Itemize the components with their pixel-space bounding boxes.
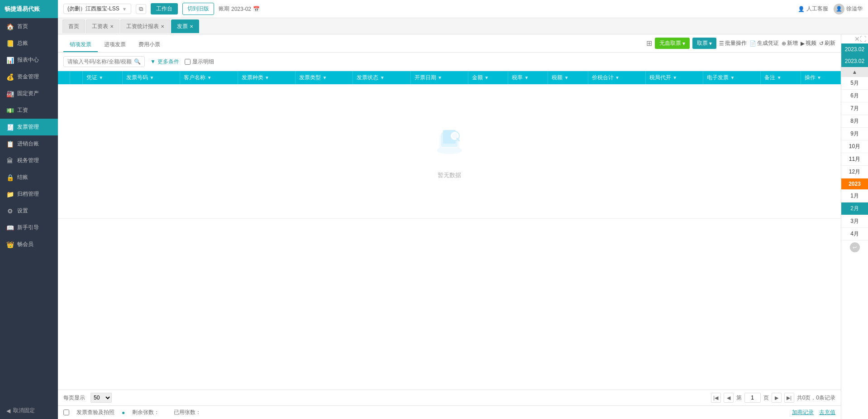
tab-0[interactable]: 首页 [62, 19, 85, 33]
sidebar-item-11[interactable]: ⚙设置 [0, 202, 58, 219]
recharge-link[interactable]: 去充值 [819, 409, 835, 416]
search-input-wrapper[interactable]: 🔍 [63, 56, 145, 67]
sidebar-item-8[interactable]: 🏛税务管理 [0, 152, 58, 169]
remaining-label: 剩余张数： [132, 409, 159, 416]
top-header: (勿删）江西服宝-LSS ▾ ⧉ 工作台 切到旧版 账期 2023-02 📅 👤… [58, 0, 868, 18]
sidebar-item-0[interactable]: 🏠首页 [0, 18, 58, 35]
show-detail-checkbox[interactable]: 显示明细 [185, 58, 214, 66]
copy-button[interactable]: ⧉ [136, 4, 146, 14]
sidebar-item-5[interactable]: 💵工资 [0, 102, 58, 119]
sidebar-item-4[interactable]: 🏭固定资产 [0, 85, 58, 102]
panel-close-btn[interactable]: ✕ [854, 35, 860, 43]
batch-icon: ☰ [719, 40, 724, 47]
calendar-icon[interactable]: 📅 [253, 6, 260, 12]
next-page-btn[interactable]: ▶ [772, 393, 782, 403]
take-invoice-button[interactable]: 取票 ▾ [692, 38, 716, 49]
date-panel-month-2022[interactable]: 10月 [841, 140, 868, 153]
tab-label-2: 工资统计报表 [126, 23, 159, 30]
col-header-5: 发票种类 ▼ [238, 71, 295, 84]
show-detail-check[interactable] [185, 59, 191, 65]
grid-icon[interactable]: ⊞ [646, 39, 652, 48]
used-label: 已用张数： [174, 409, 201, 416]
verify-checkbox[interactable] [63, 409, 69, 415]
sidebar-item-1[interactable]: 📒总账 [0, 35, 58, 52]
panel-expand-btn[interactable]: ⛶ [860, 35, 866, 43]
page-number-input[interactable] [744, 393, 761, 403]
sidebar-label-6: 发票管理 [17, 123, 39, 131]
sub-tab-purchase[interactable]: 进项发票 [98, 38, 132, 52]
sidebar-icon-7: 📋 [6, 140, 14, 148]
new-btn[interactable]: ⊕ 新增 [782, 39, 798, 47]
sidebar-logo[interactable]: 畅捷通易代账 [0, 0, 58, 18]
sidebar-label-8: 税务管理 [17, 157, 39, 164]
page-unit: 页 [763, 394, 769, 402]
support-btn[interactable]: 👤 人工客服 [798, 5, 828, 13]
date-panel-month-2022[interactable]: 12月 [841, 166, 868, 178]
sidebar-item-3[interactable]: 💰资金管理 [0, 68, 58, 85]
tab-close-1[interactable]: ✕ [110, 24, 114, 29]
sidebar-item-12[interactable]: 📖新手引导 [0, 219, 58, 236]
user-avatar[interactable]: 👤 徐溢华 [834, 4, 863, 14]
tab-label-1: 工资表 [92, 23, 108, 30]
tab-close-3[interactable]: ✕ [190, 24, 193, 29]
last-page-btn[interactable]: ▶| [784, 393, 794, 403]
date-panel-month-2022[interactable]: 6月 [841, 90, 868, 102]
tab-close-2[interactable]: ✕ [161, 24, 164, 29]
year-2023-label[interactable]: 2023 [841, 178, 868, 190]
sidebar-label-5: 工资 [17, 106, 28, 114]
sidebar-bottom-toggle[interactable]: ◀ 取消固定 [0, 402, 58, 419]
date-panel-month-2023[interactable]: 2月 [841, 202, 868, 215]
sub-tab-sales[interactable]: 销项发票 [63, 38, 98, 52]
date-panel-header1[interactable]: 2023.02 [841, 43, 868, 55]
date-panel-year-prev[interactable]: ▲ [841, 67, 868, 77]
tab-1[interactable]: 工资表✕ [86, 19, 119, 33]
sidebar-item-13[interactable]: 👑畅会员 [0, 236, 58, 253]
search-input[interactable] [67, 58, 132, 65]
date-panel-month-2022[interactable]: 7月 [841, 102, 868, 115]
switch-version-button[interactable]: 切到旧版 [182, 3, 214, 15]
workbench-button[interactable]: 工作台 [151, 3, 178, 14]
take-arrow-icon: ▾ [709, 40, 712, 47]
date-panel-month-2022[interactable]: 5月 [841, 77, 868, 90]
date-panel-bottom: ↩ [841, 241, 868, 254]
sidebar-label-13: 畅会员 [17, 241, 33, 248]
tab-2[interactable]: 工资统计报表✕ [120, 19, 170, 33]
date-panel-header2[interactable]: 2023.02 [841, 55, 868, 67]
refresh-btn[interactable]: ↺ 刷新 [819, 39, 835, 47]
date-panel-month-2022[interactable]: 9月 [841, 128, 868, 140]
date-panel-month-2023[interactable]: 3月 [841, 215, 868, 228]
company-selector[interactable]: (勿删）江西服宝-LSS ▾ [63, 4, 131, 14]
tab-label-0: 首页 [68, 23, 79, 30]
prev-page-btn[interactable]: ◀ [724, 393, 734, 403]
date-panel-nav-btn[interactable]: ↩ [850, 242, 860, 252]
video-btn[interactable]: ▶ 视频 [801, 39, 816, 47]
date-panel-month-2023[interactable]: 4月 [841, 228, 868, 241]
sub-tab-expense[interactable]: 费用小票 [132, 38, 167, 52]
sidebar-item-9[interactable]: 🔒结账 [0, 169, 58, 186]
col-header-1 [70, 71, 83, 84]
period-label: 账期 [219, 5, 229, 13]
sidebar-item-7[interactable]: 📋进销台账 [0, 135, 58, 152]
page-size-select[interactable]: 50 10 20 100 [91, 393, 112, 403]
sidebar-item-6[interactable]: 🧾发票管理 [0, 119, 58, 135]
date-panel-month-2022[interactable]: 11月 [841, 153, 868, 166]
pagination-footer: 每页显示 50 10 20 100 |◀ ◀ 第 页 ▶ ▶| 共0页，0条记录 [58, 390, 841, 405]
date-panel-month-2023[interactable]: 1月 [841, 190, 868, 202]
sidebar-item-2[interactable]: 📊报表中心 [0, 52, 58, 68]
empty-text: 暂无数据 [438, 171, 461, 179]
add-record-link[interactable]: 加商记录 [792, 409, 814, 416]
first-page-btn[interactable]: |◀ [711, 393, 721, 403]
col-header-13: 税局代开 ▼ [645, 71, 703, 84]
sidebar-icon-3: 💰 [6, 73, 14, 81]
new-icon: ⊕ [782, 40, 786, 47]
tab-3[interactable]: 发票✕ [171, 19, 199, 33]
batch-op-btn[interactable]: ☰ 批量操作 [719, 39, 747, 47]
sidebar-icon-5: 💵 [6, 107, 14, 114]
generate-voucher-btn[interactable]: 📄 生成凭证 [749, 39, 779, 47]
sidebar-item-10[interactable]: 📁归档管理 [0, 186, 58, 202]
col-header-11: 税额 ▼ [548, 71, 588, 84]
no-tax-button[interactable]: 无血取票 ▾ [655, 38, 690, 49]
sidebar-bottom-label: 取消固定 [13, 407, 35, 414]
more-filter-btn[interactable]: ▼ 更多条件 [150, 58, 179, 66]
date-panel-month-2022[interactable]: 8月 [841, 115, 868, 128]
